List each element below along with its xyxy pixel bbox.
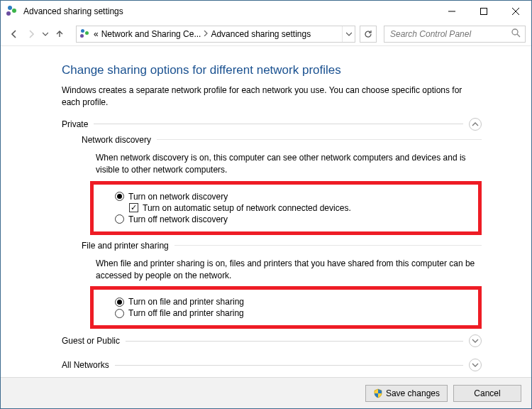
maximize-button[interactable] <box>467 1 499 22</box>
subheading-network-discovery: Network discovery <box>82 135 482 145</box>
radio-fps-on[interactable]: Turn on file and printer sharing <box>115 297 464 307</box>
save-changes-label: Save changes <box>386 388 440 398</box>
chevron-up-icon[interactable] <box>469 118 482 131</box>
titlebar: Advanced sharing settings <box>1 1 531 22</box>
radio-netdisc-on[interactable]: Turn on network discovery <box>115 192 464 202</box>
footer-bar: Save changes Cancel <box>1 377 531 408</box>
network-discovery-options: Turn on network discovery ✓ Turn on auto… <box>90 181 482 235</box>
search-box[interactable] <box>384 26 526 43</box>
location-icon <box>79 28 91 40</box>
svg-rect-1 <box>480 9 487 15</box>
radio-icon <box>115 192 124 201</box>
chevron-right-icon[interactable] <box>201 30 211 38</box>
forward-button[interactable] <box>23 26 39 42</box>
breadcrumb-current[interactable]: Advanced sharing settings <box>211 29 311 39</box>
search-input[interactable] <box>389 28 511 40</box>
file-printer-sharing-options: Turn on file and printer sharing Turn of… <box>90 286 482 329</box>
radio-netdisc-off[interactable]: Turn off network discovery <box>115 214 464 224</box>
section-private-label: Private <box>62 119 88 129</box>
back-button[interactable] <box>6 26 22 42</box>
up-button[interactable] <box>52 26 67 42</box>
chevron-down-icon[interactable] <box>469 334 482 347</box>
network-discovery-description: When network discovery is on, this compu… <box>96 152 476 177</box>
save-changes-button[interactable]: Save changes <box>365 385 448 402</box>
section-all-header[interactable]: All Networks <box>62 359 482 371</box>
window-controls <box>436 1 531 22</box>
section-guest-label: Guest or Public <box>62 336 120 346</box>
radio-icon <box>115 214 124 224</box>
page-description: Windows creates a separate network profi… <box>62 84 482 109</box>
address-dropdown[interactable] <box>342 26 355 42</box>
cancel-button[interactable]: Cancel <box>453 385 521 402</box>
radio-icon <box>115 298 124 307</box>
radio-label: Turn on network discovery <box>128 192 228 202</box>
breadcrumb-prefix: « <box>94 29 99 39</box>
checkbox-auto-setup[interactable]: ✓ Turn on automatic setup of network con… <box>129 203 464 213</box>
svg-line-5 <box>517 34 520 37</box>
radio-label: Turn off network discovery <box>128 214 228 224</box>
content-area: Change sharing options for different net… <box>1 46 531 377</box>
nav-bar: « Network and Sharing Ce... Advanced sha… <box>1 22 531 46</box>
section-all-label: All Networks <box>62 360 109 370</box>
chevron-down-icon[interactable] <box>469 359 482 371</box>
radio-icon <box>115 309 124 318</box>
svg-point-4 <box>512 29 518 35</box>
shield-icon <box>373 388 383 398</box>
radio-label: Turn off file and printer sharing <box>128 308 244 318</box>
radio-fps-off[interactable]: Turn off file and printer sharing <box>115 308 464 318</box>
window-frame: Advanced sharing settings <box>0 0 532 409</box>
radio-label: Turn on file and printer sharing <box>128 297 244 307</box>
recent-dropdown[interactable] <box>40 26 50 42</box>
search-icon[interactable] <box>511 28 521 40</box>
subheading-file-printer-sharing: File and printer sharing <box>82 241 482 251</box>
cancel-label: Cancel <box>474 388 500 398</box>
checkbox-label: Turn on automatic setup of network conne… <box>143 203 351 213</box>
file-printer-sharing-description: When file and printer sharing is on, fil… <box>96 258 476 283</box>
minimize-button[interactable] <box>436 1 467 22</box>
section-guest-header[interactable]: Guest or Public <box>62 334 482 347</box>
window-title: Advanced sharing settings <box>23 6 436 16</box>
close-button[interactable] <box>499 1 531 22</box>
refresh-button[interactable] <box>360 26 377 43</box>
checkbox-icon: ✓ <box>129 203 138 212</box>
page-title: Change sharing options for different net… <box>62 63 482 77</box>
breadcrumb-parent[interactable]: Network and Sharing Ce... <box>101 29 201 39</box>
app-icon <box>6 6 18 17</box>
section-private-header[interactable]: Private <box>62 118 482 131</box>
address-bar[interactable]: « Network and Sharing Ce... Advanced sha… <box>76 26 355 43</box>
